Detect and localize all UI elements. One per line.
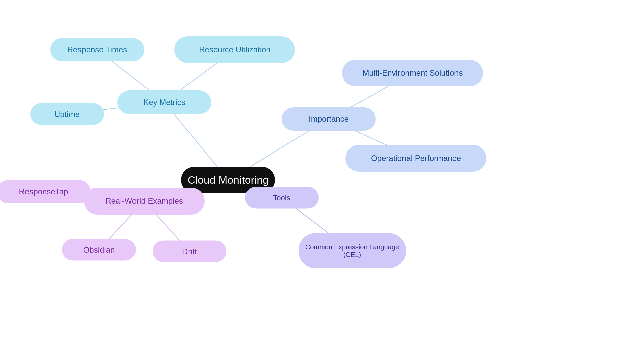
node-obsidian[interactable]: Obsidian [62,239,136,261]
node-resource-utilization[interactable]: Resource Utilization [174,36,295,63]
node-response-times[interactable]: Response Times [50,38,144,61]
node-tools[interactable]: Tools [245,187,319,209]
node-drift[interactable]: Drift [153,241,226,262]
node-responsetap[interactable]: ResponseTap [0,180,91,203]
node-multi-environment[interactable]: Multi-Environment Solutions [342,60,483,86]
node-key-metrics[interactable]: Key Metrics [117,90,211,114]
node-cel[interactable]: Common Expression Language (CEL) [299,233,406,268]
node-operational-performance[interactable]: Operational Performance [345,145,486,172]
node-uptime[interactable]: Uptime [30,103,104,125]
node-importance[interactable]: Importance [282,107,376,131]
node-real-world-examples[interactable]: Real-World Examples [84,188,205,215]
